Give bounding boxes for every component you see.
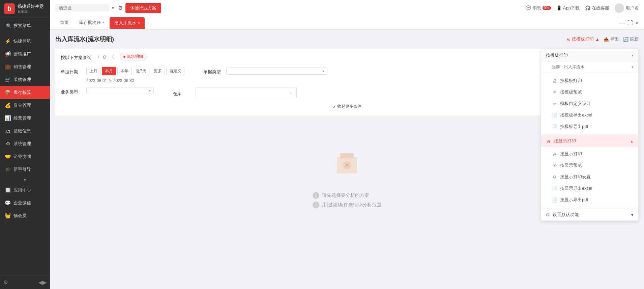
doc-type-arrow: ▾ [323,69,324,73]
topbar-search-input[interactable] [55,4,109,12]
message-badge: 99+ [543,6,551,10]
display-export-pdf-item[interactable]: 📄 按显示导出pdf [541,194,638,206]
sidebar-item-quick-nav[interactable]: ⚡ 快捷导航 [0,35,50,48]
sidebar-item-guide[interactable]: 🎓 新手引导 [0,163,50,176]
display-print-item[interactable]: 🖨 按显示打印 [541,148,638,160]
tag-dot [123,56,125,58]
app-container: b 畅捷通好生意 标准版 🔍 搜索菜单 ⚡ 快捷导航 📢 营销推广 [0,0,644,289]
sidebar-item-apps[interactable]: 🔲 应用中心 [0,184,50,196]
display-preview-item[interactable]: 👁 按显示预览 [541,160,638,171]
template-customize-item[interactable]: ✏ 模板自定义设计 [541,98,638,109]
filter-settings-button[interactable]: ⚙ [103,54,107,60]
tab-stock-flow-close[interactable]: × [138,21,140,25]
refresh-button[interactable]: 🔄 刷新 [623,36,639,42]
template-preview-item[interactable]: 👁 按模板预览 [541,86,638,98]
date-btn-this-month[interactable]: 本月 [102,67,116,75]
sidebar: b 畅捷通好生意 标准版 🔍 搜索菜单 ⚡ 快捷导航 📢 营销推广 [0,0,50,289]
sidebar-bottom: ⚙ ◀▶ [0,275,50,289]
empty-illustration [330,147,364,187]
warehouse-label: 仓库 [173,89,193,97]
display-print-group-header[interactable]: 🖨 按显示打印 ▲ [541,135,638,147]
printer-icon: 🖨 [552,78,557,83]
date-btn-last-7-days[interactable]: 近7天 [133,67,149,75]
template-print-item[interactable]: 🖨 按模板打印 [541,75,638,86]
date-btn-custom[interactable]: 自定义 [166,67,184,75]
page-actions: 🖨 按模板打印 ▲ 📤 导出 🔄 刷新 [566,36,639,42]
export-button[interactable]: 📤 导出 [604,36,619,42]
sidebar-item-wechat[interactable]: 💬 企业微信 [0,196,50,209]
display-print-settings-item[interactable]: ⚙ 按显示打印设置 [541,171,638,183]
dropdown-current[interactable]: 当前：出入库流水 ▾ [541,62,638,72]
sidebar-item-marketing[interactable]: 📢 营销推广 [0,48,50,60]
sidebar-item-purchase[interactable]: 🛒 采购管理 [0,73,50,86]
filter-actions: + ⚙ 《 [97,53,114,60]
filter-add-button[interactable]: + [97,54,100,60]
customer-service-icon: 🎧 [585,5,590,10]
topbar-right: 💬 消息 99+ 📱 App下载 🎧 在线客服 用户名 [526,3,639,13]
customer-service-item[interactable]: 🎧 在线客服 [585,5,609,11]
export-icon: 📤 [604,37,609,42]
sidebar-item-operations[interactable]: 📊 经营管理 [0,112,50,125]
page-header: 出入库流水(流水明细) 🖨 按模板打印 ▲ 📤 导出 🔄 刷新 [55,35,639,43]
doc-type-select[interactable]: ▾ [226,68,327,75]
tab-home[interactable]: 首页 [55,17,74,29]
sidebar-item-system[interactable]: ⚙ 系统管理 [0,137,50,150]
app-download-item[interactable]: 📱 App下载 [556,5,580,11]
filter-scheme-label: 按以下方案查询 [61,53,91,61]
wechat-icon: 💬 [5,200,11,206]
search-menu-item[interactable]: 🔍 搜索菜单 [3,21,47,31]
user-profile[interactable]: 用户名 [615,3,639,13]
filter-collapse-button[interactable]: 《 [110,54,114,60]
biz-type-select[interactable]: ▾ [86,87,154,94]
tab-bar-actions: — ⛶ × [619,20,639,26]
empty-steps-list: 1 请先选择要分析的方案 2 用[过滤]条件来缩小分析范围 [313,192,381,211]
message-item[interactable]: 💬 消息 99+ [526,5,551,11]
date-btn-last-month[interactable]: 上月 [86,67,100,75]
tab-stock-flow[interactable]: 出入库流水 × [110,17,144,29]
biz-type-arrow: ▾ [149,89,151,93]
sidebar-item-collab[interactable]: 🤝 企业协同 [0,150,50,163]
topbar-gear-icon[interactable]: ⚙ [118,5,123,11]
tab-batch-account[interactable]: 库存批次账 × [74,17,109,29]
sidebar-item-member[interactable]: 👑 畅会员 [0,209,50,222]
topbar-dropdown-arrow[interactable]: ▾ [112,6,114,10]
member-icon: 👑 [5,213,11,219]
trial-button[interactable]: 体验行业方案 [125,3,161,13]
tab-minimize-button[interactable]: — [619,20,625,26]
dropdown-title: 按模板打印 [546,52,568,58]
sidebar-item-base[interactable]: 🗂 基础信息 [0,125,50,137]
print-button[interactable]: 🖨 按模板打印 ▲ [566,36,599,42]
topbar: ▾ ⚙ 体验行业方案 💬 消息 99+ 📱 App下载 🎧 在线客服 [50,0,644,16]
date-btn-this-year[interactable]: 本年 [117,67,131,75]
warehouse-more[interactable]: ··· [287,89,294,97]
sidebar-settings-icon[interactable]: ⚙ [3,279,8,286]
date-label: 单据日期 [61,67,81,75]
template-export-excel-item[interactable]: 📄 按模板导出excel [541,109,638,121]
dropdown-divider-3 [541,208,638,208]
message-icon: 💬 [526,5,531,10]
date-btn-more[interactable]: 更多 [151,67,165,75]
tab-batch-account-close[interactable]: × [102,21,104,24]
apps-icon: 🔲 [5,187,11,193]
print-dropdown-panel: 按模板打印 ▾ 当前：出入库流水 ▾ 🖨 按模板打印 👁 按模板预览 [541,49,639,221]
sidebar-item-finance[interactable]: 💰 资金管理 [0,99,50,112]
sidebar-scroll-down[interactable]: ▼ [0,176,50,184]
flow-detail-tag[interactable]: 流水明细 [120,53,147,60]
display-printer-icon: 🖨 [552,151,557,157]
base-icon: 🗂 [5,128,11,134]
sidebar-item-inventory[interactable]: 📦 库存核算 [0,86,50,99]
default-func-item[interactable]: ⚙ 设置默认功能 ▾ [541,209,638,220]
sidebar-collapse-icon[interactable]: ◀▶ [38,279,47,286]
topbar-left: ▾ ⚙ 体验行业方案 [55,3,526,13]
template-export-pdf-item[interactable]: 📄 按模板导出pdf [541,121,638,132]
display-export-excel-item[interactable]: 📄 按显示导出excel [541,183,638,194]
marketing-icon: 📢 [5,51,11,57]
tab-close-button[interactable]: × [636,20,639,26]
sidebar-item-sales[interactable]: 💼 销售管理 [0,60,50,73]
dropdown-close-arrow[interactable]: ▾ [632,53,634,58]
tab-maximize-button[interactable]: ⛶ [627,20,633,26]
sales-icon: 💼 [5,64,11,70]
warehouse-select[interactable]: ··· [196,87,297,98]
display-print-group-icon: 🖨 [546,138,551,144]
sidebar-logo: b 畅捷通好生意 标准版 [0,0,50,18]
